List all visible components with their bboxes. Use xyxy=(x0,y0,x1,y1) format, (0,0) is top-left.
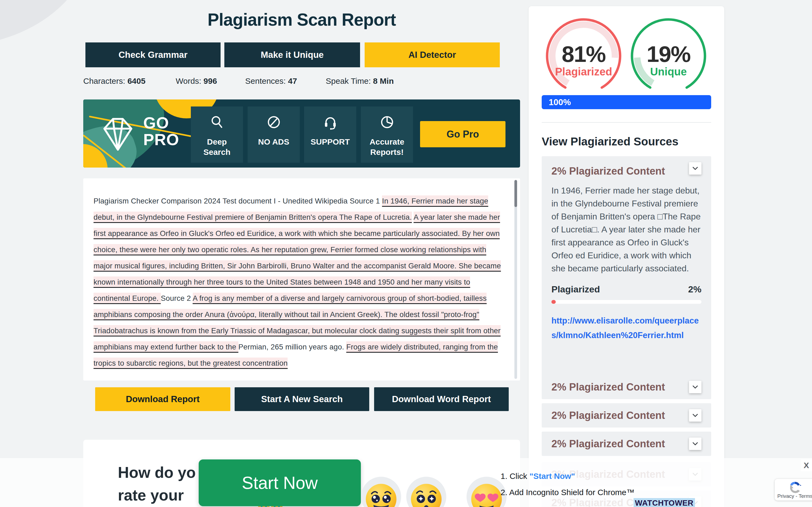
recaptcha-privacy-terms[interactable]: Privacy - Terms xyxy=(775,493,812,499)
go-pro-button[interactable]: Go Pro xyxy=(420,121,505,147)
feature-no-ads: NO ADS xyxy=(248,107,300,163)
source-match-bar xyxy=(551,300,701,304)
tab-check-grammar[interactable]: Check Grammar xyxy=(86,43,221,67)
unique-percentage: 19% xyxy=(631,41,706,67)
corner-decoration xyxy=(0,0,95,46)
plagiarism-report-page: Plagiarism Scan Report Check Grammar Mak… xyxy=(0,0,812,507)
page-title: Plagiarism Scan Report xyxy=(83,10,520,30)
download-report-button[interactable]: Download Report xyxy=(95,387,230,411)
plain-text: Plagiarism Checker Comparison 2024 Test … xyxy=(94,197,382,205)
scanned-document-panel: Plagiarism Checker Comparison 2024 Test … xyxy=(83,178,520,381)
source-card-expanded: 2% Plagiarized Content In 1946, Ferrier … xyxy=(542,156,711,377)
recaptcha-icon xyxy=(788,480,802,495)
chevron-down-icon xyxy=(693,414,698,417)
source-excerpt: In 1946, Ferrier made her stage debut, i… xyxy=(551,184,701,275)
scan-progress-bar: 100% xyxy=(542,95,711,109)
instruction-line: 2. Add Incognito Shield for Chrome™ xyxy=(501,484,635,501)
start-now-button[interactable]: Start Now xyxy=(199,459,361,506)
promo-instructions: 1. Click "Start Now" 2. Add Incognito Sh… xyxy=(501,468,635,501)
instruction-line: 1. Click "Start Now" xyxy=(501,468,635,484)
source-card-collapsed: 2% Plagiarized Content xyxy=(542,375,711,399)
plagiarized-label: Plagiarized xyxy=(546,66,621,78)
plain-text: Permian, 265 million years ago. xyxy=(238,343,346,351)
headset-icon xyxy=(323,115,338,130)
scrollbar-track[interactable] xyxy=(515,180,517,379)
plagiarized-percentage: 81% xyxy=(546,41,621,67)
stat-speak-time: Speak Time: 8 Min xyxy=(326,76,394,86)
stat-characters: Characters: 6405 xyxy=(83,76,146,86)
source-link[interactable]: http://www.elisarolle.com/queerplaces/kl… xyxy=(551,314,701,343)
divider xyxy=(542,122,711,123)
collapse-card-button[interactable] xyxy=(689,162,701,175)
tab-label: AI Detector xyxy=(409,50,456,60)
feature-deep-search: Deep Search xyxy=(191,107,243,163)
tab-label: Make it Unique xyxy=(261,50,324,60)
expand-card-button[interactable] xyxy=(689,438,701,450)
stat-sentences: Sentences: 47 xyxy=(245,76,297,86)
feature-label: Accurate Reports! xyxy=(361,137,413,157)
expand-card-button[interactable] xyxy=(689,409,701,421)
scrollbar-thumb[interactable] xyxy=(515,180,517,207)
source-bar-label: Plagiarized xyxy=(551,284,600,295)
tab-label: Check Grammar xyxy=(119,50,187,60)
feature-label: NO ADS xyxy=(256,137,292,147)
stat-words: Words: 996 xyxy=(176,76,217,86)
no-ads-icon xyxy=(266,115,281,130)
excited-emoji-icon[interactable] xyxy=(365,483,397,507)
source-card-title: 2% Plagiarized Content xyxy=(551,381,665,393)
download-word-report-button[interactable]: Download Word Report xyxy=(374,387,509,411)
search-icon xyxy=(210,115,225,130)
progress-value: 100% xyxy=(549,97,571,107)
plain-text: Source 2 xyxy=(161,294,193,302)
source-card-collapsed: 2% Plagiarized Content xyxy=(542,403,711,428)
heart-eyes-emoji-icon[interactable] xyxy=(471,483,502,507)
source-card-title: 2% Plagiarized Content xyxy=(551,165,701,177)
start-new-search-button[interactable]: Start A New Search xyxy=(235,387,369,411)
rating-heading-line1: How do yo xyxy=(118,463,196,481)
feature-label: Deep Search xyxy=(191,137,243,157)
feature-accurate-reports: Accurate Reports! xyxy=(361,107,413,163)
chevron-down-icon xyxy=(693,167,698,170)
go-pro-logo-text: GO PRO xyxy=(143,115,179,148)
unique-label: Unique xyxy=(631,66,706,78)
watchtower-logo: WATCHTOWER xyxy=(634,498,695,507)
go-pro-banner: GO PRO Deep Search NO ADS xyxy=(83,100,520,168)
astonished-emoji-icon[interactable] xyxy=(410,483,442,507)
source-card-title: 2% Plagiarized Content xyxy=(551,410,665,421)
source-card-title: 2% Plagiarized Content xyxy=(551,438,665,450)
recaptcha-badge: Privacy - Terms xyxy=(775,479,812,501)
source-match-fill xyxy=(551,300,556,304)
rating-heading-line2: rate your xyxy=(118,486,184,504)
close-icon[interactable]: X xyxy=(801,459,812,471)
chevron-down-icon xyxy=(693,385,698,389)
scanned-document-text: Plagiarism Checker Comparison 2024 Test … xyxy=(94,193,506,381)
sources-heading: View Plagiarized Sources xyxy=(542,135,679,148)
tab-make-it-unique[interactable]: Make it Unique xyxy=(224,43,360,67)
source-bar-value: 2% xyxy=(688,284,701,295)
diamond-icon xyxy=(96,112,140,155)
source-card-collapsed: 2% Plagiarized Content xyxy=(542,432,711,456)
tab-ai-detector[interactable]: AI Detector xyxy=(365,43,500,67)
chevron-down-icon xyxy=(693,442,698,445)
feature-label: SUPPORT xyxy=(308,137,353,147)
pie-chart-icon xyxy=(380,115,395,130)
expand-card-button[interactable] xyxy=(689,381,701,393)
feature-support: SUPPORT xyxy=(304,107,356,163)
start-now-link[interactable]: "Start Now" xyxy=(530,471,575,481)
